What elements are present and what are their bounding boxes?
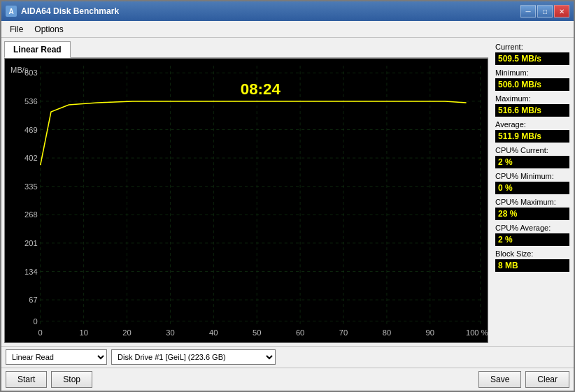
average-label: Average: <box>495 120 569 129</box>
maximum-value: 516.6 MB/s <box>495 104 569 117</box>
svg-text:10: 10 <box>79 328 87 337</box>
maximum-label: Maximum: <box>495 94 569 103</box>
tab-bar: Linear Read <box>4 41 488 58</box>
average-value: 511.9 MB/s <box>495 130 569 143</box>
bottom-dropdowns: Linear Read Disk Drive #1 [GeiL] (223.6 … <box>1 346 574 368</box>
cpu-current-value: 2 % <box>495 156 569 168</box>
svg-text:402: 402 <box>24 154 38 162</box>
chart-svg: 603 536 469 402 335 268 201 134 67 0 MB/… <box>5 59 488 342</box>
svg-text:469: 469 <box>24 126 38 134</box>
svg-text:30: 30 <box>166 328 174 337</box>
svg-text:40: 40 <box>209 328 218 337</box>
svg-text:67: 67 <box>29 296 37 304</box>
menubar: File Options <box>1 21 574 38</box>
svg-text:268: 268 <box>24 210 38 219</box>
svg-text:0: 0 <box>33 317 37 326</box>
current-value: 509.5 MB/s <box>495 52 569 65</box>
test-type-select[interactable]: Linear Read <box>6 349 107 365</box>
chart-container: 603 536 469 402 335 268 201 134 67 0 MB/… <box>4 58 488 343</box>
block-size-value: 8 MB <box>495 259 569 272</box>
minimum-label: Minimum: <box>495 68 569 77</box>
svg-text:134: 134 <box>24 268 38 276</box>
cpu-average-label: CPU% Average: <box>495 224 569 232</box>
restore-button[interactable]: □ <box>537 5 553 17</box>
cpu-average-value: 2 % <box>495 233 569 246</box>
bottom-buttons: Start Stop Save Clear <box>1 368 574 391</box>
stop-button[interactable]: Stop <box>51 371 92 388</box>
menu-file[interactable]: File <box>4 23 29 36</box>
svg-text:335: 335 <box>24 182 38 191</box>
save-button[interactable]: Save <box>478 371 521 388</box>
close-button[interactable]: ✕ <box>554 5 569 17</box>
title-bar: A AIDA64 Disk Benchmark ─ □ ✕ <box>1 1 574 21</box>
svg-text:536: 536 <box>24 97 38 106</box>
svg-text:201: 201 <box>24 239 38 247</box>
minimum-value: 506.0 MB/s <box>495 78 569 91</box>
cpu-current-label: CPU% Current: <box>495 146 569 154</box>
main-window: A AIDA64 Disk Benchmark ─ □ ✕ File Optio… <box>0 0 575 392</box>
svg-text:100 %: 100 % <box>466 328 488 337</box>
clear-button[interactable]: Clear <box>525 371 569 388</box>
start-button[interactable]: Start <box>6 371 47 388</box>
svg-text:MB/s: MB/s <box>10 66 29 74</box>
left-panel: Linear Read <box>1 38 491 346</box>
drive-select[interactable]: Disk Drive #1 [GeiL] (223.6 GB) <box>111 349 276 365</box>
cpu-minimum-label: CPU% Minimum: <box>495 172 569 180</box>
cpu-maximum-value: 28 % <box>495 208 569 220</box>
main-content: Linear Read <box>1 38 574 346</box>
svg-text:60: 60 <box>296 328 304 337</box>
svg-text:0: 0 <box>38 328 43 337</box>
minimize-button[interactable]: ─ <box>520 5 536 17</box>
menu-options[interactable]: Options <box>29 23 69 36</box>
window-title: AIDA64 Disk Benchmark <box>21 6 520 16</box>
svg-text:70: 70 <box>339 328 348 337</box>
svg-text:80: 80 <box>383 328 391 337</box>
cpu-minimum-value: 0 % <box>495 182 569 194</box>
current-label: Current: <box>495 43 569 51</box>
tab-linear-read[interactable]: Linear Read <box>4 41 71 58</box>
svg-text:20: 20 <box>122 328 131 337</box>
svg-text:90: 90 <box>426 328 434 337</box>
right-panel: Current: 509.5 MB/s Minimum: 506.0 MB/s … <box>491 38 574 346</box>
app-icon: A <box>6 6 17 17</box>
block-size-label: Block Size: <box>495 249 569 258</box>
svg-text:08:24: 08:24 <box>241 80 281 98</box>
svg-text:50: 50 <box>253 328 261 337</box>
window-controls: ─ □ ✕ <box>520 5 569 17</box>
cpu-maximum-label: CPU% Maximum: <box>495 198 569 206</box>
